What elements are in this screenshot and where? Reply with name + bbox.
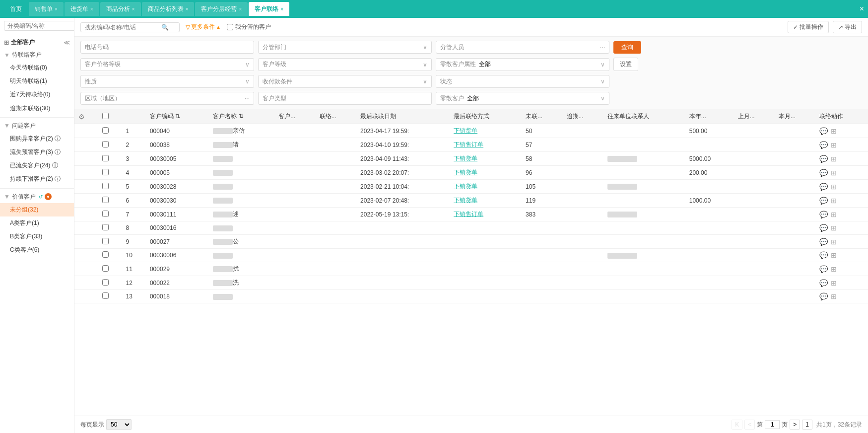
prev-page-button[interactable]: <: [744, 420, 755, 430]
contact-method-link[interactable]: 下销货单: [454, 197, 477, 204]
close-icon[interactable]: ×: [239, 6, 242, 12]
next-page-button[interactable]: >: [790, 420, 800, 430]
message-icon[interactable]: 💬: [819, 141, 828, 149]
nav-tab-purchase[interactable]: 进货单 ×: [65, 2, 99, 16]
sidebar-item-tomorrow[interactable]: 明天待联络(1): [0, 74, 74, 88]
grid-action-icon[interactable]: ⊞: [831, 127, 837, 135]
sidebar-section-problem[interactable]: ▼ 问题客户: [0, 120, 74, 132]
grid-action-icon[interactable]: ⊞: [831, 197, 837, 205]
row-checkbox[interactable]: [98, 262, 122, 276]
row-select-checkbox[interactable]: [102, 155, 109, 161]
chevron-down-icon[interactable]: ∨: [601, 61, 605, 68]
batch-ops-button[interactable]: ✓ 批量操作: [788, 21, 829, 33]
row-checkbox[interactable]: [98, 235, 122, 249]
row-last-contact-method[interactable]: 下销售订单: [450, 138, 522, 152]
query-button[interactable]: 查询: [613, 41, 641, 54]
contact-method-link[interactable]: 下销售订单: [454, 211, 483, 217]
row-select-checkbox[interactable]: [102, 224, 109, 230]
sidebar-item-ungroup[interactable]: 未分组(32): [0, 203, 74, 216]
row-checkbox[interactable]: [98, 152, 122, 166]
sidebar-item-abnormal[interactable]: 囤购异常客户(2) ⓘ: [0, 132, 74, 145]
message-icon[interactable]: 💬: [819, 224, 828, 232]
close-icon[interactable]: ×: [90, 6, 93, 12]
collapse-icon[interactable]: ≪: [64, 39, 70, 46]
row-select-checkbox[interactable]: [102, 238, 109, 244]
name-col-header[interactable]: 客户名称 ⇅: [209, 109, 274, 124]
row-select-checkbox[interactable]: [102, 279, 109, 286]
row-checkbox[interactable]: [98, 138, 122, 152]
payment-field[interactable]: 收付款条件 ∨: [258, 75, 432, 88]
sidebar-item-overdue[interactable]: 逾期未联络(30): [0, 102, 74, 115]
nav-tab-analysis[interactable]: 商品分析 ×: [100, 2, 141, 16]
message-icon[interactable]: 💬: [819, 292, 828, 300]
my-customers-check[interactable]: [227, 24, 233, 30]
row-checkbox[interactable]: [98, 249, 122, 262]
settings-col-header[interactable]: ⚙: [74, 109, 98, 124]
grid-action-icon[interactable]: ⊞: [831, 141, 837, 149]
row-checkbox[interactable]: [98, 180, 122, 194]
region-field[interactable]: 区域（地区） ···: [80, 92, 254, 105]
sidebar-item-b-class[interactable]: B类客户(33): [0, 230, 74, 243]
status-field[interactable]: 状态 ∨: [436, 75, 609, 88]
row-checkbox[interactable]: [98, 290, 122, 303]
manager-field[interactable]: 分管人员 ···: [436, 41, 609, 54]
more-conditions-button[interactable]: ▽ 更多条件 ▲: [186, 23, 221, 31]
row-select-checkbox[interactable]: [102, 251, 109, 258]
message-icon[interactable]: 💬: [819, 155, 828, 163]
message-icon[interactable]: 💬: [819, 183, 828, 191]
message-icon[interactable]: 💬: [819, 211, 828, 218]
row-checkbox[interactable]: [98, 194, 122, 208]
row-last-contact-method[interactable]: 下销售订单: [450, 208, 522, 221]
message-icon[interactable]: 💬: [819, 169, 828, 177]
row-last-contact-method[interactable]: 下销货单: [450, 166, 522, 180]
row-select-checkbox[interactable]: [102, 292, 109, 299]
row-select-checkbox[interactable]: [102, 211, 109, 217]
sidebar-item-c-class[interactable]: C类客户(6): [0, 243, 74, 257]
scatter-attr-field[interactable]: 零散客户属性 全部 ∨: [436, 58, 609, 71]
more-icon[interactable]: ···: [245, 95, 250, 102]
sidebar-section-value[interactable]: ▼ 价值客户 ↺ ●: [0, 191, 74, 203]
chevron-down-icon[interactable]: ∨: [423, 78, 427, 85]
grid-action-icon[interactable]: ⊞: [831, 265, 837, 273]
contact-method-link[interactable]: 下销货单: [454, 183, 477, 190]
row-checkbox[interactable]: [98, 221, 122, 235]
search-icon[interactable]: 🔍: [161, 24, 169, 31]
sidebar-section-pending[interactable]: ▼ 待联络客户: [0, 49, 74, 61]
export-button[interactable]: ↗ 导出: [833, 21, 862, 33]
phone-input[interactable]: [112, 44, 250, 51]
nav-tab-sales[interactable]: 销售单 ×: [29, 2, 64, 16]
nav-tab-customer-contact[interactable]: 客户联络 ×: [249, 2, 289, 16]
row-select-checkbox[interactable]: [102, 265, 109, 272]
row-select-checkbox[interactable]: [102, 141, 109, 147]
reset-button[interactable]: 设置: [613, 58, 638, 71]
chevron-down-icon[interactable]: ∨: [423, 61, 427, 68]
row-select-checkbox[interactable]: [102, 183, 109, 189]
close-all-button[interactable]: ×: [860, 4, 864, 13]
select-all-checkbox[interactable]: [102, 113, 109, 119]
close-icon[interactable]: ×: [132, 6, 135, 12]
chevron-down-icon[interactable]: ∨: [601, 78, 605, 85]
sidebar-item-today[interactable]: 今天待联络(0): [0, 61, 74, 74]
customer-level-field[interactable]: 客户等级 ∨: [258, 58, 432, 71]
row-last-contact-method[interactable]: 下销货单: [450, 124, 522, 138]
grid-action-icon[interactable]: ⊞: [831, 279, 837, 287]
price-level-field[interactable]: 客户价格等级 ∨: [80, 58, 254, 71]
nature-field[interactable]: 性质 ∨: [80, 75, 254, 88]
row-checkbox[interactable]: [98, 276, 122, 290]
contact-method-link[interactable]: 下销货单: [454, 169, 477, 176]
nav-tab-analysis-list[interactable]: 商品分析列表 ×: [142, 2, 195, 16]
scatter-customer-field[interactable]: 零散客户 全部 ∨: [436, 92, 609, 105]
grid-action-icon[interactable]: ⊞: [831, 292, 837, 300]
contact-method-link[interactable]: 下销售订单: [454, 141, 483, 148]
refresh-icon[interactable]: ↺: [39, 194, 43, 200]
sidebar-all-customers[interactable]: ⊞ 全部客户 ≪: [0, 34, 74, 49]
my-customers-checkbox[interactable]: 我分管的客户: [227, 23, 271, 31]
close-icon[interactable]: ×: [280, 6, 283, 12]
page-number-input[interactable]: [765, 420, 780, 429]
close-icon[interactable]: ×: [186, 6, 189, 12]
grid-action-icon[interactable]: ⊞: [831, 155, 837, 163]
last-page-button[interactable]: 1: [802, 420, 812, 430]
chevron-down-icon[interactable]: ∨: [423, 44, 427, 51]
row-checkbox[interactable]: [98, 124, 122, 138]
close-icon[interactable]: ×: [55, 6, 58, 12]
